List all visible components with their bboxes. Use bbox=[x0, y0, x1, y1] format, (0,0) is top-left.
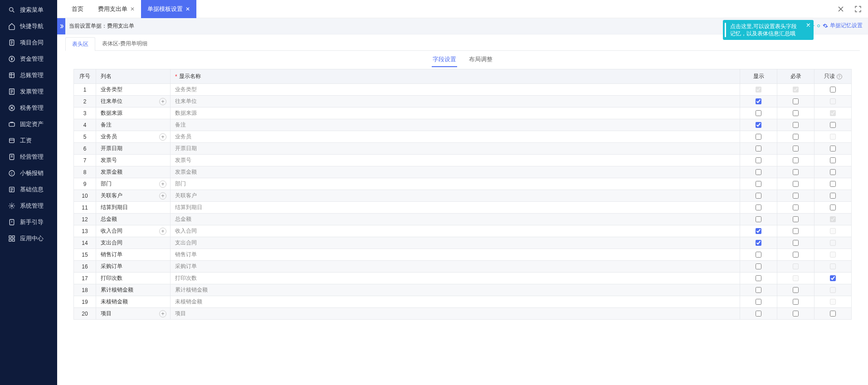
row-display-name[interactable]: 销售订单 bbox=[170, 249, 740, 260]
show-checkbox[interactable] bbox=[756, 228, 761, 234]
row-display-name[interactable]: 项目 bbox=[170, 308, 740, 319]
row-display-name[interactable]: 备注 bbox=[170, 119, 740, 131]
sidebar-item-asset[interactable]: 固定资产 bbox=[0, 116, 57, 132]
row-display-name[interactable]: 收入合同 bbox=[170, 225, 740, 237]
tab-首页[interactable]: 首页 bbox=[63, 0, 92, 18]
show-checkbox[interactable] bbox=[756, 98, 761, 104]
required-checkbox[interactable] bbox=[793, 146, 799, 151]
required-checkbox[interactable] bbox=[793, 299, 799, 305]
sidebar-item-search[interactable]: 搜索菜单 bbox=[0, 2, 57, 18]
required-checkbox[interactable] bbox=[793, 98, 799, 104]
readonly-checkbox[interactable] bbox=[830, 311, 836, 317]
row-display-name[interactable]: 业务员 bbox=[170, 131, 740, 142]
sidebar-item-info[interactable]: 基础信息 bbox=[0, 181, 57, 198]
sidebar-item-invoice[interactable]: 发票管理 bbox=[0, 83, 57, 100]
readonly-checkbox[interactable] bbox=[830, 122, 836, 128]
show-checkbox[interactable] bbox=[756, 263, 761, 269]
mode-tab[interactable]: 布局调整 bbox=[468, 53, 493, 67]
sidebar-item-guide[interactable]: 新手引导 bbox=[0, 214, 57, 230]
add-icon[interactable]: + bbox=[159, 228, 166, 235]
required-checkbox[interactable] bbox=[793, 228, 799, 234]
row-display-name[interactable]: 未核销金额 bbox=[170, 296, 740, 307]
add-icon[interactable]: + bbox=[159, 180, 166, 188]
sidebar-item-home[interactable]: 快捷导航 bbox=[0, 18, 57, 34]
required-checkbox[interactable] bbox=[793, 181, 799, 187]
readonly-checkbox[interactable] bbox=[830, 87, 836, 93]
show-checkbox[interactable] bbox=[756, 110, 761, 116]
readonly-checkbox[interactable] bbox=[830, 157, 836, 163]
help-icon[interactable]: ? bbox=[837, 74, 842, 79]
show-checkbox[interactable] bbox=[756, 311, 761, 317]
add-icon[interactable]: + bbox=[159, 133, 166, 141]
show-checkbox[interactable] bbox=[756, 122, 761, 128]
required-checkbox[interactable] bbox=[793, 193, 799, 199]
close-page-button[interactable] bbox=[834, 3, 847, 15]
add-icon[interactable]: + bbox=[159, 192, 166, 200]
fullscreen-button[interactable] bbox=[852, 3, 864, 15]
add-icon[interactable]: + bbox=[159, 98, 166, 105]
sidebar-item-salary[interactable]: 工资 bbox=[0, 132, 57, 149]
readonly-checkbox[interactable] bbox=[830, 275, 836, 281]
required-checkbox[interactable] bbox=[793, 216, 799, 222]
required-checkbox[interactable] bbox=[793, 122, 799, 128]
sidebar-item-biz[interactable]: 经营管理 bbox=[0, 149, 57, 165]
row-display-name[interactable]: 发票金额 bbox=[170, 166, 740, 178]
row-display-name[interactable]: 往来单位 bbox=[170, 96, 740, 107]
area-tab[interactable]: 表体区-费用单明细 bbox=[95, 37, 154, 50]
row-display-name[interactable]: 部门 bbox=[170, 178, 740, 190]
show-checkbox[interactable] bbox=[756, 216, 761, 222]
row-display-name[interactable]: 累计核销金额 bbox=[170, 284, 740, 296]
required-checkbox[interactable] bbox=[793, 240, 799, 246]
show-checkbox[interactable] bbox=[756, 287, 761, 293]
required-checkbox[interactable] bbox=[793, 287, 799, 293]
tab-费用支出单[interactable]: 费用支出单✕ bbox=[92, 0, 141, 18]
show-checkbox[interactable] bbox=[756, 134, 761, 140]
tab-单据模板设置[interactable]: 单据模板设置✕ bbox=[141, 0, 196, 18]
memory-settings-link[interactable]: 单据记忆设置 bbox=[796, 22, 863, 29]
row-display-name[interactable]: 打印次数 bbox=[170, 273, 740, 284]
sidebar-item-sys[interactable]: 系统管理 bbox=[0, 198, 57, 214]
required-checkbox[interactable] bbox=[793, 169, 799, 175]
readonly-checkbox[interactable] bbox=[830, 181, 836, 187]
sidebar-item-coin[interactable]: 资金管理 bbox=[0, 51, 57, 67]
readonly-checkbox[interactable] bbox=[830, 205, 836, 210]
add-icon[interactable]: + bbox=[159, 310, 166, 317]
readonly-checkbox[interactable] bbox=[830, 146, 836, 151]
row-display-name[interactable]: 开票日期 bbox=[170, 143, 740, 154]
tab-close-icon[interactable]: ✕ bbox=[130, 6, 135, 12]
required-checkbox[interactable] bbox=[793, 134, 799, 140]
show-checkbox[interactable] bbox=[756, 240, 761, 246]
show-checkbox[interactable] bbox=[756, 157, 761, 163]
sidebar-item-app[interactable]: 应用中心 bbox=[0, 230, 57, 247]
show-checkbox[interactable] bbox=[756, 275, 761, 281]
readonly-checkbox[interactable] bbox=[830, 193, 836, 199]
tab-close-icon[interactable]: ✕ bbox=[185, 6, 190, 12]
row-display-name[interactable]: 数据来源 bbox=[170, 107, 740, 119]
row-display-name[interactable]: 结算到期日 bbox=[170, 202, 740, 213]
show-checkbox[interactable] bbox=[756, 146, 761, 151]
row-display-name[interactable]: 关联客户 bbox=[170, 190, 740, 201]
mode-tab[interactable]: 字段设置 bbox=[432, 53, 457, 67]
show-checkbox[interactable] bbox=[756, 193, 761, 199]
sidebar-item-doc[interactable]: 项目合同 bbox=[0, 34, 57, 51]
required-checkbox[interactable] bbox=[793, 110, 799, 116]
required-checkbox[interactable] bbox=[793, 252, 799, 258]
collapse-toggle[interactable] bbox=[57, 18, 65, 34]
show-checkbox[interactable] bbox=[756, 252, 761, 258]
row-display-name[interactable]: 采购订单 bbox=[170, 261, 740, 272]
row-display-name[interactable]: 发票号 bbox=[170, 155, 740, 166]
required-checkbox[interactable] bbox=[793, 205, 799, 210]
row-display-name[interactable]: 支出合同 bbox=[170, 237, 740, 249]
required-checkbox[interactable] bbox=[793, 157, 799, 163]
row-display-name[interactable]: 总金额 bbox=[170, 214, 740, 225]
show-checkbox[interactable] bbox=[756, 205, 761, 210]
sidebar-item-ledger[interactable]: 总账管理 bbox=[0, 67, 57, 83]
sidebar-item-tax[interactable]: 税务管理 bbox=[0, 100, 57, 116]
show-checkbox[interactable] bbox=[756, 169, 761, 175]
readonly-checkbox[interactable] bbox=[830, 169, 836, 175]
show-checkbox[interactable] bbox=[756, 299, 761, 305]
row-display-name[interactable]: 业务类型 bbox=[170, 84, 740, 95]
show-checkbox[interactable] bbox=[756, 181, 761, 187]
sidebar-item-xc[interactable]: C小畅报销 bbox=[0, 165, 57, 181]
area-tab[interactable]: 表头区 bbox=[65, 37, 95, 51]
